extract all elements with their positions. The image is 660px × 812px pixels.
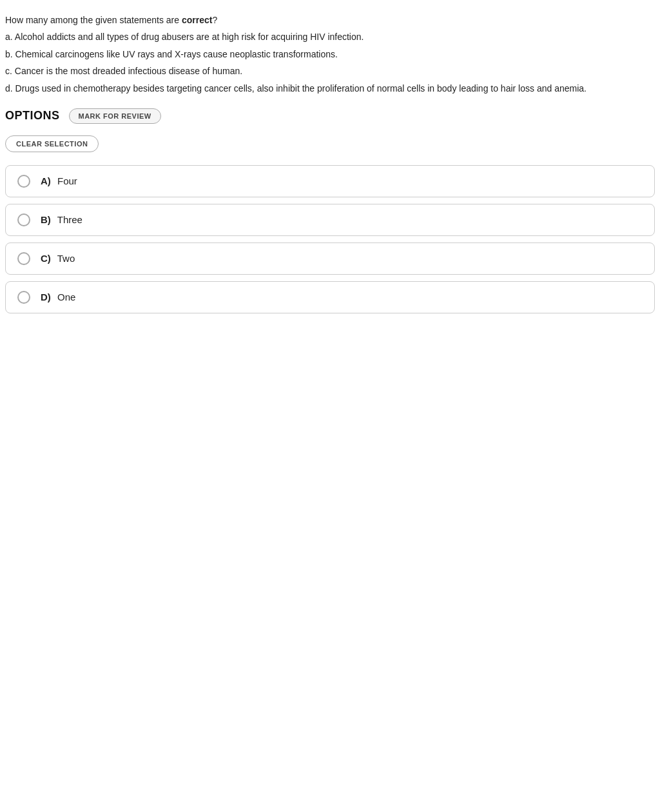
options-header: OPTIONS MARK FOR REVIEW bbox=[5, 108, 655, 124]
statement-c: c. Cancer is the most dreaded infectious… bbox=[5, 64, 655, 78]
options-list: A) FourB) ThreeC) TwoD) One bbox=[5, 165, 655, 313]
option-label-d: D) One bbox=[41, 292, 75, 302]
radio-circle-c bbox=[17, 252, 30, 265]
question-block: How many among the given statements are … bbox=[5, 13, 655, 95]
option-letter: D) bbox=[41, 292, 51, 302]
option-letter: A) bbox=[41, 175, 51, 186]
option-label-a: A) Four bbox=[41, 175, 77, 186]
option-item-b[interactable]: B) Three bbox=[5, 204, 655, 236]
radio-circle-d bbox=[17, 291, 30, 304]
mark-for-review-button[interactable]: MARK FOR REVIEW bbox=[69, 108, 161, 124]
option-letter: C) bbox=[41, 253, 51, 264]
options-label: OPTIONS bbox=[5, 109, 60, 123]
option-item-a[interactable]: A) Four bbox=[5, 165, 655, 197]
statement-b: b. Chemical carcinogens like UV rays and… bbox=[5, 47, 655, 61]
option-letter: B) bbox=[41, 214, 51, 225]
question-intro: How many among the given statements are … bbox=[5, 13, 655, 27]
radio-circle-b bbox=[17, 213, 30, 226]
option-item-d[interactable]: D) One bbox=[5, 281, 655, 313]
clear-selection-button[interactable]: CLEAR SELECTION bbox=[5, 135, 99, 152]
option-item-c[interactable]: C) Two bbox=[5, 243, 655, 275]
option-label-c: C) Two bbox=[41, 253, 75, 264]
statement-d: d. Drugs used in chemotherapy besides ta… bbox=[5, 81, 655, 95]
radio-circle-a bbox=[17, 175, 30, 188]
statement-a: a. Alcohol addicts and all types of drug… bbox=[5, 30, 655, 44]
option-label-b: B) Three bbox=[41, 214, 82, 225]
